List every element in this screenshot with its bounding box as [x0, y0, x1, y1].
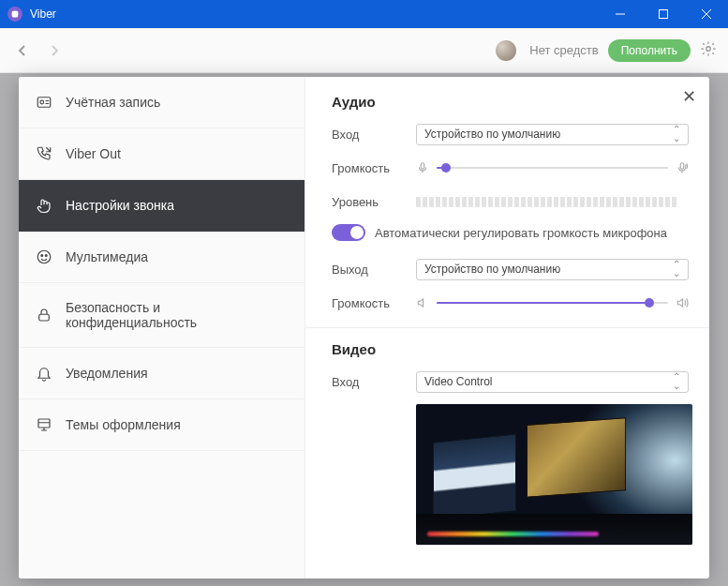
svg-point-7 — [37, 250, 51, 263]
auto-gain-toggle[interactable] — [332, 224, 365, 241]
video-input-row: Вход Video Control ⌃⌄ — [332, 370, 689, 393]
chevron-updown-icon: ⌃⌄ — [673, 125, 680, 143]
svg-rect-12 — [421, 163, 424, 169]
audio-output-label: Выход — [332, 263, 416, 277]
sidebar-item-themes[interactable]: Темы оформления — [19, 399, 305, 451]
audio-heading: Аудио — [332, 94, 689, 110]
chevron-updown-icon: ⌃⌄ — [673, 372, 680, 391]
sidebar-item-label: Темы оформления — [66, 417, 181, 432]
audio-input-label: Вход — [332, 128, 416, 142]
titlebar: Viber — [0, 0, 728, 28]
level-label: Уровень — [332, 195, 416, 209]
nav-back-button[interactable] — [11, 39, 34, 62]
audio-output-row: Выход Устройство по умолчанию ⌃⌄ — [332, 258, 689, 280]
bell-icon — [36, 365, 52, 382]
input-volume-label: Громкость — [332, 161, 416, 175]
nav-forward-button[interactable] — [43, 39, 66, 62]
audio-input-select[interactable]: Устройство по умолчанию ⌃⌄ — [416, 124, 689, 145]
window-title: Viber — [30, 8, 599, 21]
audio-output-select[interactable]: Устройство по умолчанию ⌃⌄ — [416, 259, 689, 280]
level-row: Уровень — [332, 190, 689, 213]
svg-point-8 — [41, 255, 43, 257]
svg-point-9 — [45, 255, 47, 257]
svg-rect-10 — [39, 314, 50, 321]
video-input-value: Video Control — [424, 375, 493, 388]
chevron-updown-icon: ⌃⌄ — [673, 260, 680, 278]
close-modal-button[interactable]: ✕ — [682, 86, 696, 107]
multimedia-icon — [36, 248, 52, 265]
sidebar-item-label: Настройки звонка — [66, 198, 174, 213]
lock-icon — [36, 307, 52, 323]
minimize-button[interactable] — [599, 0, 642, 28]
output-volume-slider[interactable] — [437, 302, 668, 304]
settings-sidebar: Учётная запись Viber Out Настройки звонк… — [19, 77, 305, 578]
sidebar-item-label: Уведомления — [66, 366, 148, 381]
sidebar-item-call-settings[interactable]: Настройки звонка — [19, 180, 305, 232]
app-icon — [7, 7, 22, 22]
mic-low-icon — [416, 161, 429, 174]
audio-output-value: Устройство по умолчанию — [424, 263, 560, 276]
audio-input-value: Устройство по умолчанию — [424, 128, 560, 141]
settings-content: ✕ Аудио Вход Устройство по умолчанию ⌃⌄ … — [305, 77, 709, 578]
video-heading: Видео — [332, 341, 689, 357]
svg-point-6 — [40, 100, 44, 104]
sidebar-item-notifications[interactable]: Уведомления — [19, 348, 305, 399]
account-icon — [36, 94, 52, 111]
balance-text: Нет средств — [529, 43, 598, 57]
input-volume-slider[interactable] — [437, 167, 668, 169]
auto-gain-label: Автоматически регулировать громкость мик… — [375, 226, 667, 240]
svg-rect-1 — [660, 10, 668, 19]
topup-button[interactable]: Пополнить — [608, 39, 691, 62]
mic-high-icon — [676, 161, 689, 174]
svg-rect-11 — [38, 419, 50, 428]
speaker-low-icon — [416, 296, 429, 309]
sidebar-item-label: Безопасность и конфиденциальность — [66, 300, 288, 330]
svg-rect-13 — [680, 163, 684, 169]
sidebar-item-account[interactable]: Учётная запись — [19, 77, 305, 128]
speaker-high-icon — [676, 296, 689, 309]
app-header: Нет средств Пополнить — [0, 28, 728, 73]
svg-point-4 — [706, 47, 711, 52]
section-divider — [305, 327, 709, 328]
audio-input-row: Вход Устройство по умолчанию ⌃⌄ — [332, 123, 689, 145]
video-input-label: Вход — [332, 375, 416, 389]
sidebar-item-multimedia[interactable]: Мультимедиа — [19, 232, 305, 283]
level-meter — [416, 197, 689, 207]
phone-out-icon — [36, 145, 52, 162]
maximize-button[interactable] — [642, 0, 685, 28]
output-volume-row: Громкость — [332, 292, 689, 314]
auto-gain-row: Автоматически регулировать громкость мик… — [332, 224, 689, 241]
avatar[interactable] — [496, 40, 516, 61]
camera-preview — [416, 404, 692, 545]
window-controls — [599, 0, 728, 28]
hand-cursor-icon — [36, 197, 52, 214]
sidebar-item-viber-out[interactable]: Viber Out — [19, 128, 305, 180]
sidebar-item-label: Мультимедиа — [66, 249, 148, 264]
video-input-select[interactable]: Video Control ⌃⌄ — [416, 371, 689, 393]
sidebar-item-security[interactable]: Безопасность и конфиденциальность — [19, 283, 305, 348]
settings-icon[interactable] — [700, 40, 717, 60]
theme-icon — [36, 416, 52, 433]
close-button[interactable] — [685, 0, 728, 28]
input-volume-row: Громкость — [332, 157, 689, 179]
settings-modal: Учётная запись Viber Out Настройки звонк… — [19, 77, 709, 578]
sidebar-item-label: Учётная запись — [66, 95, 160, 110]
output-volume-label: Громкость — [332, 296, 416, 310]
sidebar-item-label: Viber Out — [66, 146, 121, 161]
